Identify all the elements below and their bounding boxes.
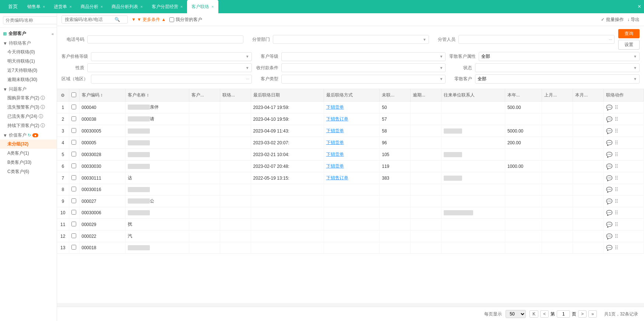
th-settings[interactable]: ⚙ — [57, 89, 69, 102]
refresh-icon[interactable]: ↻ — [28, 133, 31, 138]
more-action-icon[interactable]: ⠿ — [615, 163, 618, 169]
row-last-contact-method[interactable] — [324, 207, 380, 219]
contact-icon[interactable]: 💬 — [606, 140, 612, 146]
sidebar-item-churned[interactable]: 已流失客户(24) ⓘ — [0, 112, 57, 121]
sparse-customer-select[interactable]: 全部▼ — [475, 74, 640, 84]
all-customers-header[interactable]: ⊞ 全部客户 « — [0, 28, 57, 38]
contact-icon[interactable]: 💬 — [606, 175, 612, 181]
row-last-contact-method[interactable]: 下销货单 — [324, 160, 380, 172]
horizontal-scrollbar[interactable] — [57, 303, 644, 307]
row-last-contact-method[interactable]: 下销货单 — [324, 102, 380, 113]
tab-product-analysis[interactable]: 商品分析 × — [76, 0, 107, 13]
close-sales-tab[interactable]: × — [43, 4, 45, 9]
row-checkbox[interactable] — [71, 163, 76, 168]
close-product-analysis-tab[interactable]: × — [101, 4, 103, 9]
sidebar-item-class-b[interactable]: B类客户(33) — [0, 158, 57, 167]
sidebar-item-churn-warning[interactable]: 流失预警客户(3) ⓘ — [0, 103, 57, 112]
row-checkbox[interactable] — [71, 116, 76, 121]
tab-customer-segment[interactable]: 客户分层经营 × — [147, 0, 187, 13]
price-level-select[interactable]: ▼ — [91, 52, 252, 61]
row-last-contact-method[interactable]: 下销售订单 — [324, 113, 380, 125]
row-checkbox[interactable] — [71, 152, 76, 156]
row-last-contact-method[interactable]: 下销货单 — [324, 125, 380, 137]
row-last-contact-method[interactable]: 下销货单 — [324, 137, 380, 149]
sidebar-collapse-btn[interactable]: « — [52, 32, 54, 36]
more-action-icon[interactable]: ⠿ — [615, 210, 618, 216]
tab-purchase[interactable]: 进货单 × — [49, 0, 76, 13]
close-purchase-tab[interactable]: × — [69, 4, 71, 9]
more-action-icon[interactable]: ⠿ — [615, 116, 618, 122]
more-action-icon[interactable]: ⠿ — [615, 187, 618, 193]
contact-icon[interactable]: 💬 — [606, 163, 612, 169]
th-code[interactable]: 客户编码 ↕ — [79, 89, 125, 102]
last-page-btn[interactable]: » — [588, 310, 597, 318]
contact-icon[interactable]: 💬 — [606, 222, 612, 227]
reset-btn[interactable]: 设置 — [618, 40, 640, 50]
sparse-attr-select[interactable]: 全部▼ — [479, 52, 640, 61]
region-select[interactable]: ··· — [91, 75, 252, 84]
tab-customer-contact[interactable]: 客户联络 × — [187, 0, 218, 13]
tab-sales[interactable]: 销售单 × — [23, 0, 49, 13]
row-checkbox[interactable] — [71, 198, 76, 203]
dept-select[interactable]: ▼ — [273, 35, 429, 44]
more-action-icon[interactable]: ⠿ — [615, 128, 618, 134]
contact-icon[interactable]: 💬 — [606, 105, 612, 110]
sidebar-item-7day-pending[interactable]: 近7天待联络(0) — [0, 66, 57, 75]
payment-select[interactable]: ▼ — [281, 63, 446, 72]
contact-icon[interactable]: 💬 — [606, 152, 612, 158]
contact-icon[interactable]: 💬 — [606, 128, 612, 134]
window-close-btn[interactable]: × — [638, 3, 641, 10]
close-customer-segment-tab[interactable]: × — [180, 4, 183, 9]
status-select[interactable]: ▼ — [475, 63, 640, 72]
row-last-contact-method[interactable]: 下销售订单 — [324, 172, 380, 184]
home-tab[interactable]: 首页 — [3, 3, 23, 10]
contact-icon[interactable]: 💬 — [606, 210, 612, 216]
more-action-icon[interactable]: ⠿ — [615, 198, 618, 204]
row-checkbox[interactable] — [71, 187, 76, 191]
row-last-contact-method[interactable] — [324, 184, 380, 195]
contact-icon[interactable]: 💬 — [606, 116, 612, 122]
sidebar-item-ungrouped[interactable]: 未分组(32) — [0, 140, 57, 149]
sidebar-item-abnormal[interactable]: 囤购异常客户(2) ⓘ — [0, 94, 57, 103]
more-conditions-btn[interactable]: ▼ ▼ 更多条件 ▲ — [131, 17, 166, 23]
more-action-icon[interactable]: ⠿ — [615, 105, 618, 110]
my-customers-checkbox[interactable] — [169, 17, 174, 22]
customer-type-select[interactable]: ▼ — [281, 75, 446, 84]
row-checkbox[interactable] — [71, 140, 76, 145]
contact-icon[interactable]: 💬 — [606, 245, 612, 251]
row-checkbox[interactable] — [71, 222, 76, 226]
more-action-icon[interactable]: ⠿ — [615, 233, 618, 239]
customer-level-select[interactable]: ▼ — [281, 52, 446, 61]
search-input[interactable] — [65, 17, 113, 22]
contact-icon[interactable]: 💬 — [606, 198, 612, 204]
close-product-analysis-list-tab[interactable]: × — [140, 4, 142, 9]
row-checkbox[interactable] — [71, 105, 76, 109]
row-checkbox[interactable] — [71, 245, 76, 250]
sidebar-item-overdue-pending[interactable]: 逾期未联络(30) — [0, 75, 57, 84]
sidebar-item-class-a[interactable]: A类客户(1) — [0, 149, 57, 158]
contact-icon[interactable]: 💬 — [606, 233, 612, 239]
more-action-icon[interactable]: ⠿ — [615, 140, 618, 146]
page-input[interactable] — [557, 310, 570, 318]
row-last-contact-method[interactable] — [324, 219, 380, 230]
row-last-contact-method[interactable] — [324, 195, 380, 207]
prev-page-btn[interactable]: < — [540, 310, 549, 318]
page-size-select[interactable]: 50 100 200 — [506, 310, 526, 318]
contact-icon[interactable]: 💬 — [606, 187, 612, 193]
query-btn[interactable]: 查询 — [618, 29, 640, 38]
search-icon[interactable]: 🔍 — [115, 17, 120, 22]
row-last-contact-method[interactable] — [324, 230, 380, 242]
th-name[interactable]: 客户名称 ↕ — [125, 89, 189, 102]
next-page-btn[interactable]: > — [578, 310, 587, 318]
first-page-btn[interactable]: K — [529, 310, 538, 318]
more-action-icon[interactable]: ⠿ — [615, 245, 618, 251]
row-checkbox[interactable] — [71, 175, 76, 180]
row-checkbox[interactable] — [71, 128, 76, 133]
batch-operation-btn[interactable]: ✓ 批量操作 — [601, 17, 623, 23]
manager-select[interactable]: ··· — [458, 35, 615, 44]
sidebar-item-class-c[interactable]: C类客户(6) — [0, 167, 57, 176]
tab-product-analysis-list[interactable]: 商品分析列表 × — [107, 0, 147, 13]
sidebar-item-today-pending[interactable]: 今天待联络(0) — [0, 47, 57, 57]
export-btn[interactable]: ↓ 导出 — [627, 17, 640, 23]
phone-input[interactable] — [87, 35, 243, 43]
